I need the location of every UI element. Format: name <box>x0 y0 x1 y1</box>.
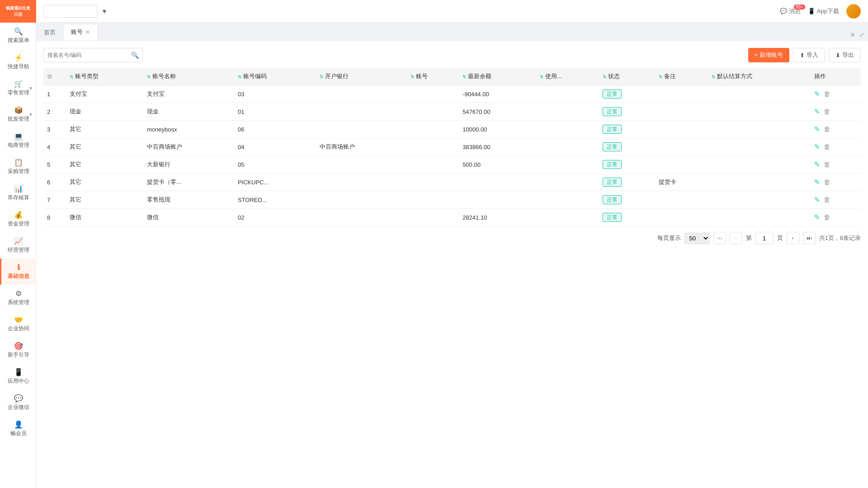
add-account-button[interactable]: + 新增账号 <box>748 48 789 62</box>
tab-expand-icon[interactable]: ⤢ <box>859 31 864 38</box>
sidebar-item-label: 企业微信 <box>3 404 34 411</box>
col-settlement[interactable]: ⇅默认结算方式 <box>708 68 811 85</box>
next-page-button[interactable]: › <box>787 232 799 244</box>
edit-button[interactable]: ✎ <box>814 213 820 221</box>
page-number-input[interactable] <box>755 232 774 244</box>
cell-name: 中百商场账户 <box>143 138 234 156</box>
cell-account <box>407 209 459 226</box>
sidebar-item-search[interactable]: 🔍 搜索菜单 <box>0 23 36 49</box>
col-balance[interactable]: ⇅最新余额 <box>459 68 536 85</box>
tab-home[interactable]: 首页 <box>36 24 63 40</box>
sidebar-item-wechat[interactable]: 💬 企业微信 <box>0 389 36 416</box>
delete-button[interactable]: 🗑 <box>824 143 830 151</box>
sidebar-item-label: 新手引导 <box>3 351 34 359</box>
sort-code-icon: ⇅ <box>238 74 241 79</box>
delete-button[interactable]: 🗑 <box>824 90 830 98</box>
sidebar-item-wholesale[interactable]: 📦 批发管理 ▼ <box>0 101 36 127</box>
col-type[interactable]: ⇅账号类型 <box>66 68 143 85</box>
edit-button[interactable]: ✎ <box>814 160 820 169</box>
sidebar-item-basic[interactable]: ℹ 基础信息 <box>0 258 36 285</box>
col-actions: 操作 <box>811 68 861 85</box>
delete-button[interactable]: 🗑 <box>824 125 830 133</box>
table-settings-icon[interactable]: ⚙ <box>47 73 52 80</box>
export-icon: ⬇ <box>835 52 840 59</box>
delete-button[interactable]: 🗑 <box>824 196 830 204</box>
sidebar-item-inventory[interactable]: 📊 库存核算 <box>0 180 36 206</box>
sidebar-item-ecommerce[interactable]: 💻 电商管理 <box>0 127 36 154</box>
message-button[interactable]: 💬 消息 99+ <box>780 7 801 15</box>
edit-button[interactable]: ✎ <box>814 108 820 116</box>
delete-button[interactable]: 🗑 <box>824 160 830 169</box>
search-icon[interactable]: 🔍 <box>131 52 139 59</box>
search-input[interactable] <box>47 52 131 58</box>
sidebar-item-guide[interactable]: 🎯 新手引导 <box>0 337 36 363</box>
col-name[interactable]: ⇅账号名称 <box>143 68 234 85</box>
sidebar: 畅捷通好生意 乐版 🔍 搜索菜单 ⚡ 快捷导航 🛒 零售管理 ▼ 📦 批发管理 … <box>0 0 36 488</box>
cell-name: 大新银行 <box>143 156 234 174</box>
cell-index: 4 <box>43 138 66 156</box>
sort-status-icon: ⇅ <box>603 74 606 79</box>
page-size-select[interactable]: 50 20 100 <box>684 233 710 244</box>
tab-account-close-icon[interactable]: ✕ <box>85 29 90 35</box>
sidebar-item-agreement[interactable]: 🤝 企业协同 <box>0 311 36 337</box>
col-remark[interactable]: ⇅备注 <box>655 68 708 85</box>
col-usage[interactable]: ⇅使用... <box>536 68 599 85</box>
app-download-button[interactable]: 📱 App下载 <box>808 7 839 15</box>
cell-usage <box>536 121 599 138</box>
tab-account-label: 账号 <box>71 28 83 36</box>
sidebar-item-retail[interactable]: 🛒 零售管理 ▼ <box>0 75 36 101</box>
cell-actions: ✎ 🗑 <box>811 174 861 191</box>
import-label: 导入 <box>807 51 818 59</box>
col-code[interactable]: ⇅账号编码 <box>234 68 316 85</box>
table-body: 1 支付宝 支付宝 03 -90444.00 正常 ✎ 🗑 2 现金 现金 01… <box>43 85 861 226</box>
cell-remark: 提货卡 <box>655 174 708 191</box>
cell-balance: 383866.00 <box>459 138 536 156</box>
sort-account-icon: ⇅ <box>410 74 414 79</box>
delete-button[interactable]: 🗑 <box>824 108 830 116</box>
add-button-label: + 新增账号 <box>755 51 783 59</box>
sidebar-item-purchase[interactable]: 📋 采购管理 <box>0 154 36 180</box>
edit-button[interactable]: ✎ <box>814 90 820 98</box>
sidebar-item-shortcut[interactable]: ⚡ 快捷导航 <box>0 49 36 75</box>
prev-page-button[interactable]: ‹ <box>730 232 742 244</box>
page-size-label: 每页显示 <box>657 234 681 242</box>
user-avatar[interactable] <box>846 4 861 19</box>
avatar-image <box>846 4 861 19</box>
tab-account[interactable]: 账号 ✕ <box>63 24 98 40</box>
cell-remark <box>655 85 708 103</box>
delete-button[interactable]: 🗑 <box>824 178 830 186</box>
col-status[interactable]: ⇅状态 <box>599 68 655 85</box>
sidebar-item-label: 批发管理 <box>8 115 29 123</box>
cell-usage <box>536 191 599 209</box>
sidebar-item-system[interactable]: ⚙ 系统管理 <box>0 285 36 311</box>
export-button[interactable]: ⬇ 导出 <box>829 48 861 62</box>
cell-actions: ✎ 🗑 <box>811 209 861 226</box>
sidebar-item-member[interactable]: 👤 畅会员 <box>0 416 36 442</box>
topbar-search-input[interactable] <box>43 5 98 18</box>
sidebar-item-label: 电商管理 <box>3 141 34 149</box>
sidebar-item-operations[interactable]: 📈 经营管理 <box>0 232 36 258</box>
delete-button[interactable]: 🗑 <box>824 213 830 221</box>
sort-settlement-icon: ⇅ <box>712 74 715 79</box>
col-bank[interactable]: ⇅开户银行 <box>316 68 407 85</box>
cell-type: 其它 <box>66 174 143 191</box>
app-logo: 畅捷通好生意 乐版 <box>0 0 36 23</box>
cell-code: 05 <box>234 156 316 174</box>
cell-actions: ✎ 🗑 <box>811 156 861 174</box>
edit-button[interactable]: ✎ <box>814 178 820 186</box>
first-page-button[interactable]: ⏮ <box>713 232 726 244</box>
sidebar-item-app-center[interactable]: 📱 应用中心 <box>0 363 36 389</box>
edit-button[interactable]: ✎ <box>814 196 820 204</box>
sidebar-item-finance[interactable]: 💰 资金管理 <box>0 206 36 232</box>
edit-button[interactable]: ✎ <box>814 125 820 133</box>
import-button[interactable]: ⬆ 导入 <box>793 48 825 62</box>
col-account[interactable]: ⇅账号 <box>407 68 459 85</box>
cell-status: 正常 <box>599 209 655 226</box>
topbar-dropdown-icon[interactable]: ▼ <box>101 8 108 15</box>
edit-button[interactable]: ✎ <box>814 143 820 151</box>
tab-close-all-icon[interactable]: ✕ <box>850 31 855 38</box>
last-page-button[interactable]: ⏭ <box>803 232 816 244</box>
sort-bank-icon: ⇅ <box>320 74 323 79</box>
sidebar-item-label: 企业协同 <box>3 325 34 333</box>
cell-code: STORED... <box>234 191 316 209</box>
